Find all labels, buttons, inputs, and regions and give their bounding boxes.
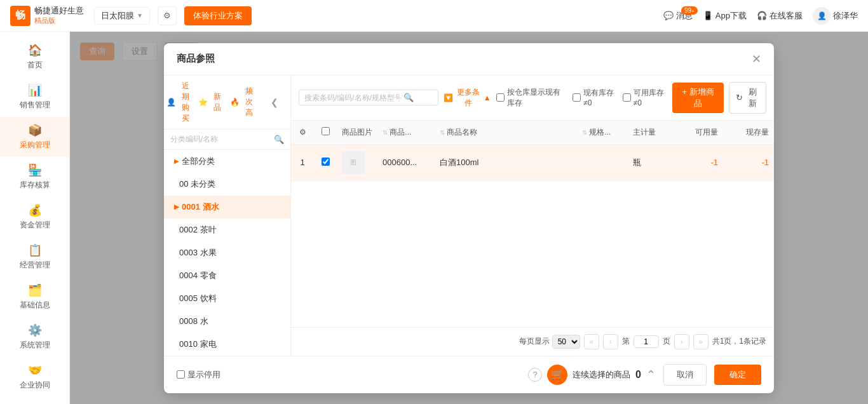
cat-item-00[interactable]: 00 未分类 — [164, 173, 290, 196]
usable-check-label[interactable]: 可用库存≠0 — [623, 88, 667, 107]
row-avail: -1 — [672, 144, 723, 180]
per-page-label: 每页显示 — [519, 336, 550, 347]
sidebar-label-sales: 销售管理 — [20, 100, 50, 111]
logo-sub: 精品版 — [34, 16, 84, 25]
category-list: ▶ 全部分类 00 未分类 ▶ 0001 酒水 0002 茶 — [164, 150, 290, 356]
cat-item-0010[interactable]: 0010 家电 — [164, 333, 290, 356]
col-header-settings[interactable]: ⚙ — [291, 121, 314, 145]
add-product-button[interactable]: + 新增商品 — [672, 83, 724, 113]
product-search-input[interactable] — [304, 93, 400, 102]
last-page-btn[interactable]: » — [693, 334, 709, 349]
row-checkbox[interactable] — [322, 158, 330, 166]
cat-item-0008[interactable]: 0008 水 — [164, 310, 290, 333]
cat-item-0002[interactable]: 0002 茶叶 — [164, 219, 290, 241]
chevron-down-icon: ▼ — [137, 12, 143, 19]
table-header-row: ⚙ 商品图片 — [291, 121, 774, 145]
cart-count: 0 — [635, 369, 641, 380]
col-header-unit[interactable]: 主计量 — [628, 121, 672, 145]
cart-label: 连续选择的商品 — [573, 369, 630, 380]
tab-new-products[interactable]: ⭐ 新品 — [196, 76, 227, 129]
refresh-button[interactable]: ↻ 刷新 — [729, 82, 766, 114]
per-page-select[interactable]: 50 — [552, 335, 580, 349]
select-all-checkbox[interactable] — [322, 127, 330, 135]
product-image-placeholder: 图 — [342, 151, 365, 174]
settings-icon[interactable]: ⚙ — [158, 6, 177, 25]
sidebar-item-inventory[interactable]: 🏪 库存核算 — [0, 157, 69, 197]
content-panel: 🔍 🔽 更多条件 ▲ 按仓库显示现有库存 — [291, 76, 774, 356]
next-page-btn[interactable]: › — [674, 334, 689, 349]
nav-right: 💬 消息 99+ 📱 App下载 🎧 在线客服 👤 徐泽华 — [663, 7, 858, 25]
tab-recent-purchase[interactable]: 👤 近期购买 — [164, 76, 196, 129]
table-row[interactable]: 1 图 000600... 白酒100ml 瓶 -1 -1 — [291, 144, 774, 180]
collapse-category-btn[interactable]: ❮ — [259, 76, 290, 129]
message-icon: 💬 — [663, 11, 674, 20]
close-icon[interactable]: ✕ — [752, 52, 761, 66]
prev-page-btn[interactable]: ‹ — [603, 334, 618, 349]
tab-frequent[interactable]: 🔥 频次高 — [227, 76, 259, 129]
sidebar: 🏠 首页 📊 销售管理 📦 采购管理 🏪 库存核算 💰 资金管理 📋 经营管理 … — [0, 32, 70, 404]
confirm-button[interactable]: 确定 — [714, 365, 761, 385]
category-panel: 👤 近期购买 ⭐ 新品 🔥 频次高 — [164, 76, 291, 356]
col-header-check[interactable] — [314, 121, 337, 145]
modal-footer: 显示停用 ? 🛒 连续选择的商品 0 ⌃ 取消 确定 — [164, 356, 774, 393]
sidebar-item-basic-info[interactable]: 🗂️ 基础信息 — [0, 277, 69, 317]
settings-column-icon: ⚙ — [299, 128, 306, 137]
col-header-code[interactable]: ⇅ 商品... — [377, 121, 435, 145]
cat-item-0005[interactable]: 0005 饮料 — [164, 287, 290, 310]
sidebar-label-basic-info: 基础信息 — [20, 300, 50, 311]
trial-button[interactable]: 体验行业方案 — [184, 6, 252, 25]
message-btn[interactable]: 💬 消息 99+ — [663, 10, 693, 22]
fire-icon: 🔥 — [230, 98, 240, 107]
warehouse-check-input[interactable] — [496, 93, 505, 102]
help-icon[interactable]: ? — [528, 368, 542, 382]
online-service-btn[interactable]: 🎧 在线客服 — [757, 10, 803, 22]
cat-item-0001[interactable]: ▶ 0001 酒水 — [164, 196, 290, 219]
col-header-name[interactable]: ⇅ 商品名称 — [435, 121, 577, 145]
more-filter-button[interactable]: 🔽 更多条件 ▲ — [444, 87, 491, 109]
navbar: 畅 畅捷通好生意 精品版 日太阳膜 ▼ ⚙ 体验行业方案 💬 消息 99+ 📱 … — [0, 0, 868, 32]
app-download-btn[interactable]: 📱 App下载 — [703, 10, 747, 22]
modal-title: 商品参照 — [177, 53, 215, 65]
warehouse-check-label[interactable]: 按仓库显示现有库存 — [496, 87, 568, 109]
sidebar-item-purchase[interactable]: 📦 采购管理 — [0, 117, 69, 157]
available-check-label[interactable]: 现有库存≠0 — [573, 88, 617, 107]
collapse-cart-icon[interactable]: ⌃ — [646, 368, 656, 382]
show-disabled-label[interactable]: 显示停用 — [177, 369, 220, 380]
finance-icon: 💰 — [28, 203, 42, 217]
sidebar-item-sales[interactable]: 📊 销售管理 — [0, 77, 69, 117]
row-checkbox-cell[interactable] — [314, 144, 337, 180]
available-check-input[interactable] — [573, 93, 581, 102]
modal-body: 👤 近期购买 ⭐ 新品 🔥 频次高 — [164, 76, 774, 356]
user-avatar[interactable]: 👤 徐泽华 — [813, 7, 858, 25]
category-search-input[interactable] — [170, 135, 270, 144]
branch-name: 日太阳膜 — [101, 10, 134, 22]
sidebar-label-management: 经营管理 — [20, 260, 50, 271]
sidebar-item-guide[interactable]: 📖 新手引导 — [0, 397, 69, 404]
col-header-img[interactable]: 商品图片 — [337, 121, 377, 145]
sidebar-item-collab[interactable]: 🤝 企业协同 — [0, 357, 69, 397]
branch-selector[interactable]: 日太阳膜 ▼ — [94, 7, 150, 25]
logo-icon: 畅 — [10, 6, 31, 26]
product-table-wrap: ⚙ 商品图片 — [291, 121, 774, 327]
star-icon: ⭐ — [198, 98, 208, 107]
col-header-spec[interactable]: ⇅ 规格... — [577, 121, 628, 145]
usable-check-input[interactable] — [623, 93, 631, 102]
first-page-btn[interactable]: « — [584, 334, 599, 349]
sidebar-item-finance[interactable]: 💰 资金管理 — [0, 197, 69, 237]
cat-item-0004[interactable]: 0004 零食 — [164, 264, 290, 287]
sidebar-item-system[interactable]: ⚙️ 系统管理 — [0, 317, 69, 357]
cat-item-0003[interactable]: 0003 水果 — [164, 241, 290, 264]
sidebar-item-management[interactable]: 📋 经营管理 — [0, 237, 69, 277]
row-num: 1 — [291, 144, 314, 180]
show-disabled-checkbox[interactable] — [177, 370, 185, 379]
sidebar-label-system: 系统管理 — [20, 340, 50, 351]
page-number-input[interactable] — [634, 335, 659, 348]
sidebar-item-home[interactable]: 🏠 首页 — [0, 37, 69, 77]
page-label: 第 — [622, 336, 630, 347]
logo: 畅 畅捷通好生意 精品版 — [10, 6, 86, 26]
cancel-button[interactable]: 取消 — [663, 364, 707, 386]
cat-item-all[interactable]: ▶ 全部分类 — [164, 150, 290, 173]
sales-icon: 📊 — [28, 83, 42, 97]
download-icon: 📱 — [703, 11, 713, 20]
purchase-icon: 📦 — [28, 123, 42, 137]
